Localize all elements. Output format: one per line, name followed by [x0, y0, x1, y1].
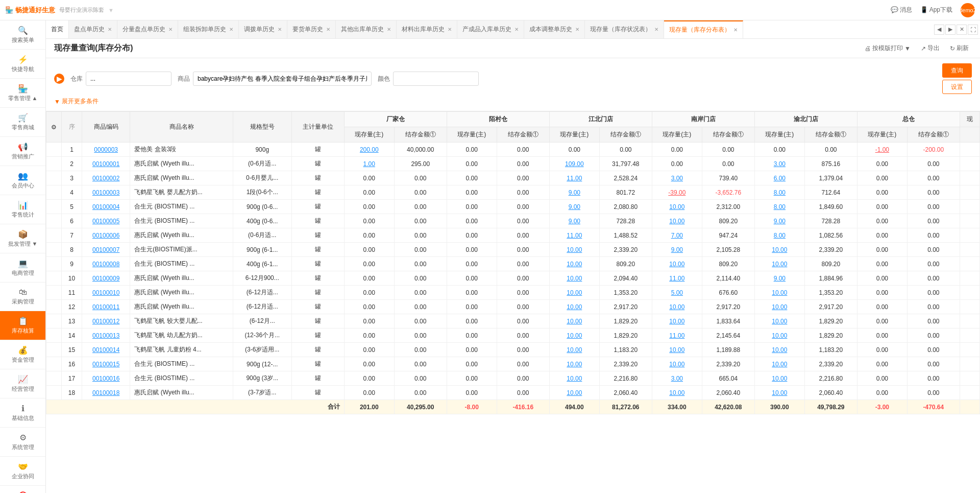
- yubei-qty-cell[interactable]: 10.00: [754, 343, 804, 357]
- jiangbei-qty-cell[interactable]: 9.00: [549, 185, 599, 200]
- changsha-qty-cell[interactable]: 200.00: [344, 143, 394, 157]
- close-icon[interactable]: ✕: [514, 27, 519, 32]
- mocun-qty-cell[interactable]: 0.00: [447, 185, 497, 200]
- code-cell[interactable]: 00100016: [82, 371, 130, 386]
- mocun-qty-cell[interactable]: 0.00: [447, 343, 497, 357]
- sidebar-item-guide[interactable]: 🎯 新手引导: [0, 486, 45, 493]
- tab-stock-status[interactable]: 现存量（库存状况表）✕: [585, 20, 664, 39]
- changsha-qty-cell[interactable]: 0.00: [344, 343, 394, 357]
- jiangbei-qty-cell[interactable]: 10.00: [549, 286, 599, 300]
- jiangbei-qty-cell[interactable]: 10.00: [549, 257, 599, 271]
- changsha-qty-cell[interactable]: 1.00: [344, 157, 394, 171]
- sidebar-item-inventory[interactable]: 📋 库存核算: [0, 311, 45, 340]
- jiangbei-qty-cell[interactable]: 10.00: [549, 243, 599, 257]
- nanan-qty-cell[interactable]: 10.00: [652, 357, 702, 371]
- tab-requisition[interactable]: 要货单历史 ✕: [287, 20, 336, 39]
- mocun-qty-cell[interactable]: 0.00: [447, 200, 497, 214]
- tab-home[interactable]: 首页: [46, 20, 69, 39]
- changsha-qty-cell[interactable]: 0.00: [344, 300, 394, 314]
- close-icon[interactable]: ✕: [229, 27, 233, 32]
- sidebar-item-system[interactable]: ⚙ 系统管理: [0, 428, 45, 457]
- changsha-qty-cell[interactable]: 0.00: [344, 286, 394, 300]
- code-cell[interactable]: 00100012: [82, 314, 130, 328]
- yubei-qty-cell[interactable]: 8.00: [754, 185, 804, 200]
- sidebar-item-operations[interactable]: 📈 经营管理: [0, 369, 45, 398]
- tab-expand-btn[interactable]: ⛶: [968, 25, 978, 35]
- tab-other-out[interactable]: 其他出库单历史 ✕: [336, 20, 397, 39]
- code-cell[interactable]: 00100002: [82, 171, 130, 185]
- code-cell[interactable]: 00100010: [82, 286, 130, 300]
- changsha-qty-cell[interactable]: 0.00: [344, 314, 394, 328]
- nanan-qty-cell[interactable]: -39.00: [652, 185, 702, 200]
- changsha-qty-cell[interactable]: 0.00: [344, 271, 394, 286]
- changsha-qty-cell[interactable]: 0.00: [344, 328, 394, 343]
- jiangbei-qty-cell[interactable]: 10.00: [549, 357, 599, 371]
- sidebar-item-finance[interactable]: 💰 资金管理: [0, 340, 45, 369]
- yubei-qty-cell[interactable]: 10.00: [754, 328, 804, 343]
- yubei-qty-cell[interactable]: 9.00: [754, 214, 804, 228]
- sidebar-item-member[interactable]: 👥 会员中心: [0, 166, 45, 195]
- mocun-qty-cell[interactable]: 0.00: [447, 357, 497, 371]
- code-cell[interactable]: 00100014: [82, 343, 130, 357]
- tab-next-btn[interactable]: ▶: [945, 25, 955, 35]
- yubei-qty-cell[interactable]: 8.00: [754, 228, 804, 243]
- mocun-qty-cell[interactable]: 0.00: [447, 328, 497, 343]
- tab-stocktake-history[interactable]: 盘点单历史 ✕: [69, 20, 117, 39]
- yubei-qty-cell[interactable]: 10.00: [754, 357, 804, 371]
- code-cell[interactable]: 00100009: [82, 271, 130, 286]
- nanan-qty-cell[interactable]: 10.00: [652, 300, 702, 314]
- yubei-qty-cell[interactable]: 10.00: [754, 257, 804, 271]
- code-cell[interactable]: 00100008: [82, 257, 130, 271]
- yubei-qty-cell[interactable]: 10.00: [754, 300, 804, 314]
- expand-conditions-btn[interactable]: ▼ 展开更多条件: [54, 97, 972, 106]
- user-avatar[interactable]: demo2: [961, 3, 975, 17]
- sidebar-item-retail-stat[interactable]: 📊 零售统计: [0, 195, 45, 224]
- total-qty-cell[interactable]: 0.00: [857, 171, 907, 185]
- message-btn[interactable]: 💬 消息: [891, 6, 912, 14]
- yubei-qty-cell[interactable]: 10.00: [754, 243, 804, 257]
- mocun-qty-cell[interactable]: 0.00: [447, 243, 497, 257]
- code-cell[interactable]: 00100011: [82, 300, 130, 314]
- tab-close-btn[interactable]: ✕: [957, 25, 967, 35]
- sidebar-item-nav[interactable]: ⚡ 快捷导航: [0, 50, 45, 79]
- close-icon[interactable]: ✕: [168, 27, 173, 32]
- sidebar-item-mall[interactable]: 🛒 零售商城: [0, 108, 45, 137]
- jiangbei-qty-cell[interactable]: 10.00: [549, 371, 599, 386]
- nanan-qty-cell[interactable]: 11.00: [652, 271, 702, 286]
- jiangbei-qty-cell[interactable]: 109.00: [549, 157, 599, 171]
- code-cell[interactable]: 00100005: [82, 214, 130, 228]
- sidebar-item-ecommerce[interactable]: 💻 电商管理: [0, 253, 45, 283]
- jiangbei-qty-cell[interactable]: 9.00: [549, 200, 599, 214]
- nanan-qty-cell[interactable]: 10.00: [652, 343, 702, 357]
- warehouse-input[interactable]: [86, 72, 172, 86]
- mocun-qty-cell[interactable]: 0.00: [447, 257, 497, 271]
- total-qty-cell[interactable]: 0.00: [857, 286, 907, 300]
- setting-btn[interactable]: 设置: [942, 80, 972, 94]
- jiangbei-qty-cell[interactable]: 10.00: [549, 300, 599, 314]
- close-icon[interactable]: ✕: [387, 27, 391, 32]
- jiangbei-qty-cell[interactable]: 10.00: [549, 271, 599, 286]
- yubei-qty-cell[interactable]: 0.00: [754, 143, 804, 157]
- code-cell[interactable]: 00100007: [82, 243, 130, 257]
- mocun-qty-cell[interactable]: 0.00: [447, 171, 497, 185]
- app-download-btn[interactable]: 📱 App下载: [920, 6, 952, 14]
- color-input[interactable]: [393, 72, 479, 86]
- mocun-qty-cell[interactable]: 0.00: [447, 314, 497, 328]
- yubei-qty-cell[interactable]: 3.00: [754, 157, 804, 171]
- tab-cost-adjust[interactable]: 成本调整单历史 ✕: [524, 20, 585, 39]
- sidebar-item-collab[interactable]: 🤝 企业协同: [0, 457, 45, 486]
- mocun-qty-cell[interactable]: 0.00: [447, 157, 497, 171]
- mocun-qty-cell[interactable]: 0.00: [447, 214, 497, 228]
- tab-assemble[interactable]: 组装拆卸单历史 ✕: [178, 20, 239, 39]
- filter-toggle-btn[interactable]: ▶: [54, 74, 64, 84]
- total-qty-cell[interactable]: -1.00: [857, 143, 907, 157]
- nanan-qty-cell[interactable]: 10.00: [652, 386, 702, 400]
- total-qty-cell[interactable]: 0.00: [857, 357, 907, 371]
- jiangbei-qty-cell[interactable]: 11.00: [549, 171, 599, 185]
- close-icon[interactable]: ✕: [654, 27, 658, 32]
- nanan-qty-cell[interactable]: 3.00: [652, 371, 702, 386]
- dropdown-arrow[interactable]: ▼: [108, 7, 114, 13]
- total-qty-cell[interactable]: 0.00: [857, 228, 907, 243]
- sidebar-item-purchase[interactable]: 🛍 采购管理: [0, 283, 45, 311]
- nanan-qty-cell[interactable]: 5.00: [652, 286, 702, 300]
